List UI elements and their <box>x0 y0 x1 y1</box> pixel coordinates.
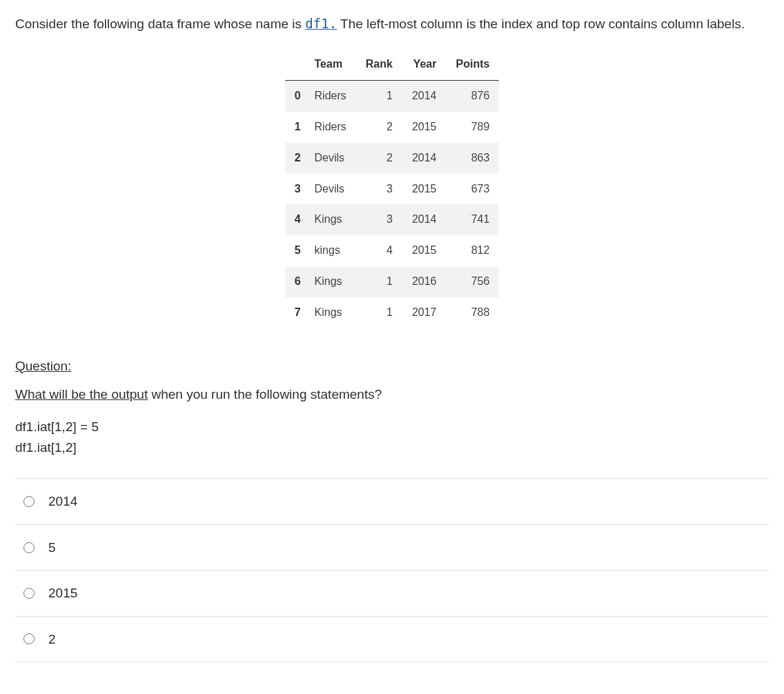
table-row: 2 Devils 2 2014 863 <box>285 143 500 174</box>
question-text: What will be the output when you run the… <box>15 384 769 404</box>
table-row: 4 Kings 3 2014 741 <box>285 204 500 235</box>
code-line-1: df1.iat[1,2] = 5 <box>15 417 769 437</box>
cell-points: 812 <box>446 235 499 266</box>
cell-index: 3 <box>285 174 311 205</box>
cell-team: Riders <box>311 81 356 112</box>
intro-text: Consider the following data frame whose … <box>15 14 769 34</box>
cell-team: Kings <box>311 297 356 328</box>
df-name: df1. <box>305 16 337 31</box>
cell-rank: 3 <box>356 204 402 235</box>
col-header-year: Year <box>402 49 447 80</box>
cell-year: 2017 <box>402 297 447 328</box>
code-block: df1.iat[1,2] = 5 df1.iat[1,2] <box>15 417 769 457</box>
cell-team: Riders <box>311 112 356 143</box>
cell-index: 1 <box>285 112 311 143</box>
answer-option[interactable]: 2015 <box>15 571 769 616</box>
cell-year: 2015 <box>402 112 447 143</box>
cell-year: 2014 <box>402 143 447 174</box>
cell-rank: 1 <box>356 266 402 297</box>
radio-input[interactable] <box>23 633 35 644</box>
cell-team: Kings <box>311 266 356 297</box>
cell-team: kings <box>311 235 356 266</box>
cell-points: 788 <box>446 297 499 328</box>
option-label: 5 <box>48 537 56 557</box>
cell-year: 2014 <box>402 204 447 235</box>
col-header-index <box>285 49 311 80</box>
table-row: 5 kings 4 2015 812 <box>285 235 500 266</box>
table-row: 1 Riders 2 2015 789 <box>285 112 500 143</box>
table-row: 0 Riders 1 2014 876 <box>285 81 500 112</box>
cell-rank: 1 <box>356 81 402 112</box>
question-text-rest: when you run the following statements? <box>148 387 382 401</box>
cell-index: 4 <box>285 204 311 235</box>
answer-option[interactable]: 2 <box>15 617 769 662</box>
cell-rank: 3 <box>356 174 402 205</box>
cell-points: 789 <box>446 112 499 143</box>
radio-input[interactable] <box>23 588 35 599</box>
cell-rank: 1 <box>356 297 402 328</box>
cell-points: 741 <box>446 204 499 235</box>
option-label: 2 <box>48 629 56 649</box>
dataframe-table-wrap: Team Rank Year Points 0 Riders 1 2014 87… <box>15 49 769 328</box>
table-row: 6 Kings 1 2016 756 <box>285 266 500 297</box>
table-row: 7 Kings 1 2017 788 <box>285 297 500 328</box>
col-header-team: Team <box>311 49 356 80</box>
answer-option[interactable]: 5 <box>15 525 769 571</box>
radio-input[interactable] <box>23 496 35 507</box>
cell-rank: 2 <box>356 143 402 174</box>
cell-team: Devils <box>311 143 356 174</box>
intro-before: Consider the following data frame whose … <box>15 17 305 31</box>
col-header-rank: Rank <box>356 49 402 80</box>
code-line-2: df1.iat[1,2] <box>15 437 769 457</box>
dataframe-table: Team Rank Year Points 0 Riders 1 2014 87… <box>285 49 500 328</box>
cell-team: Kings <box>311 204 356 235</box>
answer-option[interactable]: 2014 <box>15 479 769 524</box>
cell-index: 0 <box>285 81 311 112</box>
cell-rank: 2 <box>356 112 402 143</box>
cell-year: 2015 <box>402 235 447 266</box>
cell-points: 673 <box>446 174 499 205</box>
option-label: 2014 <box>48 491 77 511</box>
question-text-underlined: What will be the output <box>15 387 148 401</box>
col-header-points: Points <box>446 49 499 80</box>
cell-year: 2014 <box>402 81 447 112</box>
cell-team: Devils <box>311 174 356 205</box>
cell-index: 7 <box>285 297 311 328</box>
cell-points: 756 <box>446 266 499 297</box>
cell-year: 2016 <box>402 266 447 297</box>
option-label: 2015 <box>48 583 77 603</box>
cell-rank: 4 <box>356 235 402 266</box>
intro-after: The left-most column is the index and to… <box>337 17 745 31</box>
cell-index: 6 <box>285 266 311 297</box>
cell-points: 876 <box>446 81 499 112</box>
cell-year: 2015 <box>402 174 447 205</box>
table-row: 3 Devils 3 2015 673 <box>285 174 500 205</box>
cell-index: 2 <box>285 143 311 174</box>
answer-options: 2014 5 2015 2 <box>15 478 769 662</box>
cell-points: 863 <box>446 143 499 174</box>
radio-input[interactable] <box>23 542 35 553</box>
question-label: Question: <box>15 356 769 376</box>
cell-index: 5 <box>285 235 311 266</box>
